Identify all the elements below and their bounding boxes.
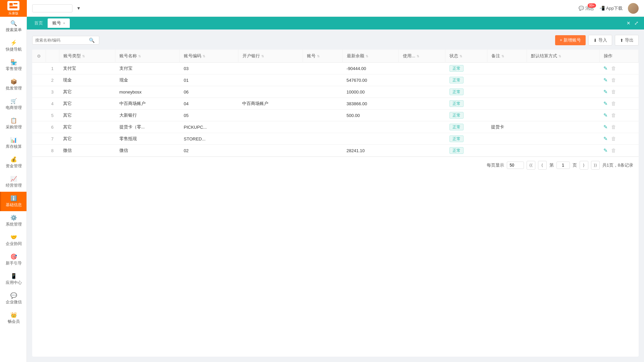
search-input[interactable] <box>35 38 89 43</box>
col-bank[interactable]: 开户银行 ⇅ <box>238 50 303 63</box>
sidebar-item-wholesale-mgmt[interactable]: 📦 批发管理 <box>0 75 26 95</box>
edit-button[interactable]: ✎ <box>603 124 608 130</box>
row-status-cell: 正常 <box>445 133 487 145</box>
col-account[interactable]: 账号 ⇅ <box>303 50 342 63</box>
row-type-cell: 其它 <box>59 133 115 145</box>
delete-button[interactable]: 🗑 <box>611 124 616 130</box>
sidebar-item-operations-mgmt[interactable]: 📈 经营管理 <box>0 172 26 192</box>
next-page-button[interactable]: ⟩ <box>580 161 588 170</box>
col-default-settlement-label: 默认结算方式 <box>531 53 557 59</box>
row-num-cell: 6 <box>46 121 59 133</box>
row-default-settlement-cell <box>527 110 600 121</box>
sidebar-item-new-guide[interactable]: 🎯 新手引导 <box>0 250 26 269</box>
search-icon[interactable]: 🔍 <box>89 38 95 43</box>
export-button[interactable]: ⬆ 导出 <box>615 35 639 46</box>
table-row: 5 其它 大新银行 05 500.00 正常 ✎ 🗑 <box>32 110 639 121</box>
edit-button[interactable]: ✎ <box>603 65 608 71</box>
row-code-cell: 02 <box>180 145 238 157</box>
sidebar-item-purchase-mgmt[interactable]: 📋 采购管理 <box>0 114 26 133</box>
sidebar-item-label: 经营管理 <box>6 183 22 188</box>
row-code-cell: 05 <box>180 110 238 121</box>
topbar-dropdown[interactable]: ▼ <box>76 6 81 11</box>
sidebar-item-enterprise-agreement[interactable]: 🤝 企业协同 <box>0 231 26 250</box>
row-action-cell: ✎ 🗑 <box>599 110 638 121</box>
last-page-button[interactable]: ⟩⟩ <box>591 161 600 170</box>
row-default-settlement-cell <box>527 121 600 133</box>
delete-button[interactable]: 🗑 <box>611 147 616 153</box>
edit-button[interactable]: ✎ <box>603 77 608 83</box>
row-account-cell <box>303 121 342 133</box>
sidebar-item-inventory[interactable]: 📊 库存核算 <box>0 133 26 153</box>
sidebar-item-search-menu[interactable]: 🔍 搜索菜单 <box>0 17 26 36</box>
row-num-cell: 7 <box>46 133 59 145</box>
sidebar-item-quick-nav[interactable]: ⚡ 快捷导航 <box>0 36 26 56</box>
row-num-cell: 8 <box>46 145 59 157</box>
delete-button[interactable]: 🗑 <box>611 112 616 118</box>
sidebar-item-membership[interactable]: 👑 畅会员 <box>0 308 26 328</box>
sidebar-item-enterprise-wechat[interactable]: 💬 企业微信 <box>0 289 26 308</box>
edit-button[interactable]: ✎ <box>603 147 608 153</box>
tab-close-icon[interactable]: × <box>63 21 65 25</box>
first-page-button[interactable]: ⟨⟨ <box>527 161 535 170</box>
col-balance[interactable]: 最新余额 ⇅ <box>342 50 399 63</box>
sidebar-item-system-mgmt[interactable]: ⚙️ 系统管理 <box>0 211 26 231</box>
col-code[interactable]: 账号编码 ⇅ <box>180 50 238 63</box>
col-type[interactable]: 账号类型 ⇅ <box>59 50 115 63</box>
delete-button[interactable]: 🗑 <box>611 77 616 83</box>
ecommerce-mgmt-icon: 🛒 <box>10 98 17 104</box>
row-action-cell: ✎ 🗑 <box>599 74 638 86</box>
sort-icon-bank: ⇅ <box>261 54 264 58</box>
row-code-cell: 03 <box>180 63 238 74</box>
sidebar-item-retail-mgmt[interactable]: 🏪 零售管理 <box>0 56 26 75</box>
prev-page-button[interactable]: ⟨ <box>538 161 547 170</box>
page-number-input[interactable] <box>556 162 570 169</box>
page-size-select[interactable]: 50 100 <box>507 162 524 169</box>
sidebar-item-ecommerce-mgmt[interactable]: 🛒 电商管理 <box>0 95 26 114</box>
app-download-button[interactable]: 📲 App下载 <box>599 5 623 11</box>
edit-button[interactable]: ✎ <box>603 136 608 141</box>
row-balance-cell: 383866.00 <box>342 98 399 110</box>
column-settings-icon[interactable]: ⚙ <box>37 54 41 59</box>
quick-nav-icon: ⚡ <box>10 40 17 46</box>
row-bank-cell: 中百商场账户 <box>238 98 303 110</box>
row-type-cell: 支付宝 <box>59 63 115 74</box>
row-usage-cell <box>399 121 445 133</box>
col-usage[interactable]: 使用... ⇅ <box>399 50 445 63</box>
import-button[interactable]: ⬇ 导入 <box>588 35 612 46</box>
row-remark-cell <box>487 110 527 121</box>
edit-button[interactable]: ✎ <box>603 112 608 118</box>
status-badge: 正常 <box>449 124 464 130</box>
tab-account[interactable]: 账号 × <box>48 18 70 28</box>
sidebar-item-basic-info[interactable]: ℹ️ 基础信息 <box>0 192 26 211</box>
message-button[interactable]: 💬 消息 99+ <box>579 5 594 11</box>
fullscreen-icon[interactable]: ⤢ <box>632 20 641 26</box>
delete-button[interactable]: 🗑 <box>611 65 616 71</box>
svg-rect-1 <box>13 3 17 4</box>
sidebar-item-label: 畅会员 <box>8 319 20 324</box>
edit-button[interactable]: ✎ <box>603 89 608 95</box>
sidebar-item-label: 新手引导 <box>6 260 22 266</box>
sidebar-item-label: 库存核算 <box>6 144 22 149</box>
add-account-button[interactable]: + 新增账号 <box>555 35 586 45</box>
delete-button[interactable]: 🗑 <box>611 89 616 95</box>
tab-home[interactable]: 首页 <box>30 18 48 28</box>
app-download-icon: 📲 <box>599 6 605 11</box>
dropdown-arrow-icon: ▼ <box>76 6 81 11</box>
delete-button[interactable]: 🗑 <box>611 136 616 141</box>
sidebar-item-finance-mgmt[interactable]: 💰 资金管理 <box>0 153 26 172</box>
sidebar-item-label: 企业微信 <box>6 299 22 305</box>
delete-button[interactable]: 🗑 <box>611 101 616 106</box>
row-type-cell: 其它 <box>59 98 115 110</box>
sidebar-item-app-center[interactable]: 📱 应用中心 <box>0 269 26 289</box>
col-status[interactable]: 状态 ⇅ <box>445 50 487 63</box>
col-default-settlement[interactable]: 默认结算方式 ⇅ <box>527 50 600 63</box>
close-page-icon[interactable]: × <box>625 20 632 27</box>
search-wrap: 🔍 <box>32 36 99 45</box>
message-badge: 99+ <box>588 3 596 8</box>
col-name[interactable]: 账号名称 ⇅ <box>115 50 180 63</box>
row-default-settlement-cell <box>527 86 600 98</box>
user-avatar[interactable] <box>628 3 639 14</box>
edit-button[interactable]: ✎ <box>603 101 608 106</box>
col-remark[interactable]: 备注 ⇅ <box>487 50 527 63</box>
topbar-search-input[interactable] <box>32 4 72 12</box>
